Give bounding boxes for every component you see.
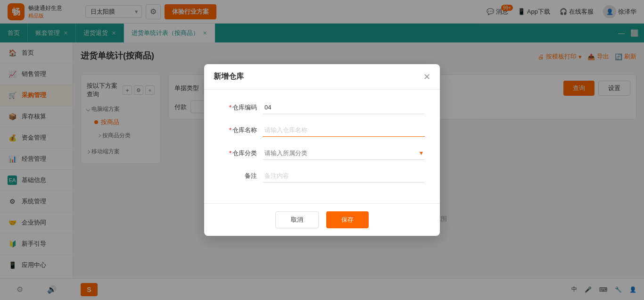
- remark-row: 备注: [219, 169, 425, 183]
- modal-close-button[interactable]: ✕: [423, 73, 430, 81]
- required-star-name: *: [229, 126, 231, 133]
- warehouse-category-select[interactable]: ▾: [263, 146, 425, 160]
- save-button[interactable]: 保存: [326, 211, 369, 228]
- modal-footer: 取消 保存: [204, 203, 440, 236]
- required-star-category: *: [229, 150, 231, 157]
- remark-label: 备注: [219, 172, 257, 180]
- warehouse-category-row: *仓库分类 ▾: [219, 146, 425, 160]
- add-warehouse-modal: 新增仓库 ✕ *仓库编码 *仓库名称 *仓库分类: [204, 64, 440, 236]
- warehouse-code-input[interactable]: [263, 101, 425, 114]
- modal-body: *仓库编码 *仓库名称 *仓库分类 ▾: [204, 90, 440, 203]
- remark-input[interactable]: [263, 169, 425, 183]
- required-star-code: *: [229, 104, 231, 111]
- warehouse-category-input[interactable]: [264, 150, 420, 157]
- category-dropdown-arrow: ▾: [420, 149, 423, 157]
- modal-title: 新增仓库: [214, 72, 244, 82]
- warehouse-category-label: *仓库分类: [219, 149, 257, 158]
- modal-overlay: 新增仓库 ✕ *仓库编码 *仓库名称 *仓库分类: [0, 0, 644, 300]
- warehouse-name-row: *仓库名称: [219, 124, 425, 137]
- cancel-button[interactable]: 取消: [275, 211, 319, 228]
- warehouse-code-label: *仓库编码: [219, 103, 257, 112]
- warehouse-name-label: *仓库名称: [219, 126, 257, 134]
- modal-header: 新增仓库 ✕: [204, 64, 440, 90]
- warehouse-name-input[interactable]: [263, 124, 425, 137]
- warehouse-code-row: *仓库编码: [219, 101, 425, 114]
